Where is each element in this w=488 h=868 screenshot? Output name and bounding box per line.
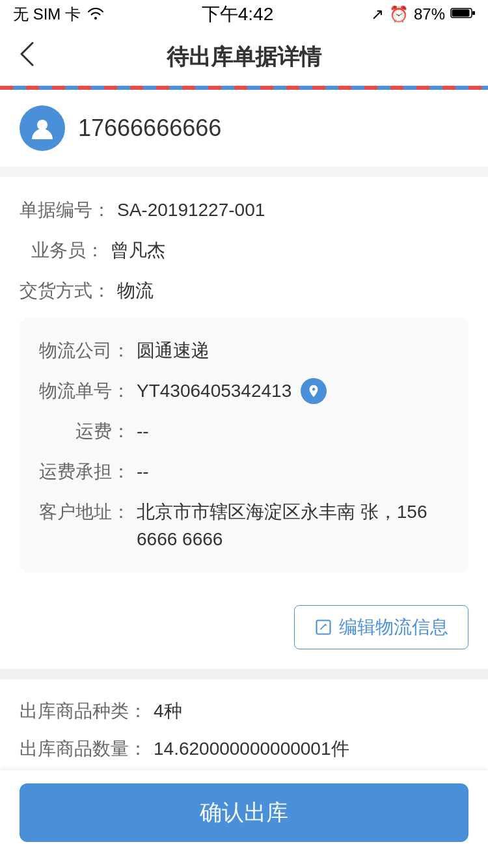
address-label: 客户地址：: [39, 498, 130, 526]
tracking-value: YT4306405342413: [130, 377, 449, 405]
edit-logistics-button[interactable]: 编辑物流信息: [294, 605, 468, 649]
salesperson-label: 业务员：: [20, 237, 104, 264]
order-number-row: 单据编号： SA-20191227-001: [20, 197, 468, 224]
svg-rect-2: [452, 10, 470, 17]
tracking-row: 物流单号： YT4306405342413: [39, 377, 449, 405]
confirm-btn-label: 确认出库: [200, 798, 288, 828]
product-quantity-row: 出库商品数量： 14.620000000000001件: [20, 737, 468, 761]
order-info-section: 单据编号： SA-20191227-001 业务员： 曾凡杰 交货方式： 物流 …: [0, 177, 488, 592]
product-type-label: 出库商品种类：: [20, 699, 147, 724]
delivery-label: 交货方式：: [20, 277, 111, 305]
freight-bearer-label: 运费承担：: [39, 458, 130, 485]
freight-row: 运费： --: [39, 418, 449, 445]
logistics-card: 物流公司： 圆通速递 物流单号： YT4306405342413 运费： --: [20, 318, 468, 573]
logistics-company-label: 物流公司：: [39, 337, 130, 364]
status-right: ↗ ⏰ 87%: [371, 5, 475, 23]
freight-value: --: [130, 418, 449, 445]
address-row: 客户地址： 北京市市辖区海淀区永丰南 张，156 6666 6666: [39, 498, 449, 553]
svg-rect-1: [472, 11, 475, 15]
product-quantity-value: 14.620000000000001件: [147, 737, 468, 761]
order-number-label: 单据编号：: [20, 197, 111, 224]
tracking-number: YT4306405342413: [137, 377, 291, 405]
address-value: 北京市市辖区海淀区永丰南 张，156 6666 6666: [130, 498, 449, 553]
nav-bar: 待出库单据详情: [0, 29, 488, 86]
status-bar: 无 SIM 卡 下午4:42 ↗ ⏰ 87%: [0, 0, 488, 29]
page-title: 待出库单据详情: [167, 42, 321, 72]
confirm-outbound-button[interactable]: 确认出库: [20, 783, 468, 842]
salesperson-value: 曾凡杰: [104, 237, 468, 264]
product-type-value: 4种: [147, 699, 468, 724]
wifi-icon: [87, 5, 104, 23]
customer-header: 17666666666: [0, 90, 488, 167]
product-type-row: 出库商品种类： 4种: [20, 699, 468, 724]
status-time: 下午4:42: [202, 2, 274, 27]
battery-icon: [450, 5, 475, 23]
product-quantity-label: 出库商品数量：: [20, 737, 147, 761]
product-section: 出库商品种类： 4种 出库商品数量： 14.620000000000001件: [0, 679, 488, 781]
logistics-company-row: 物流公司： 圆通速递: [39, 337, 449, 364]
alarm-icon: ⏰: [389, 5, 409, 23]
location-icon: ↗: [371, 5, 384, 23]
freight-label: 运费：: [39, 418, 130, 445]
svg-point-3: [37, 120, 47, 130]
back-button[interactable]: [20, 42, 34, 72]
section-divider: [0, 669, 488, 679]
order-number-value: SA-20191227-001: [111, 197, 468, 224]
customer-phone: 17666666666: [78, 115, 221, 142]
status-left: 无 SIM 卡: [13, 4, 104, 25]
delivery-row: 交货方式： 物流: [20, 277, 468, 305]
track-location-button[interactable]: [301, 378, 327, 404]
delivery-value: 物流: [111, 277, 468, 305]
tracking-label: 物流单号：: [39, 377, 130, 405]
bottom-action-area: 确认出库: [0, 770, 488, 868]
freight-bearer-value: --: [130, 458, 449, 485]
logistics-company-value: 圆通速递: [130, 337, 449, 364]
carrier-label: 无 SIM 卡: [13, 4, 81, 25]
freight-bearer-row: 运费承担： --: [39, 458, 449, 485]
avatar: [20, 105, 65, 151]
edit-logistics-label: 编辑物流信息: [339, 615, 448, 640]
salesperson-row: 业务员： 曾凡杰: [20, 237, 468, 264]
edit-btn-row: 编辑物流信息: [0, 592, 488, 669]
battery-label: 87%: [414, 5, 445, 23]
